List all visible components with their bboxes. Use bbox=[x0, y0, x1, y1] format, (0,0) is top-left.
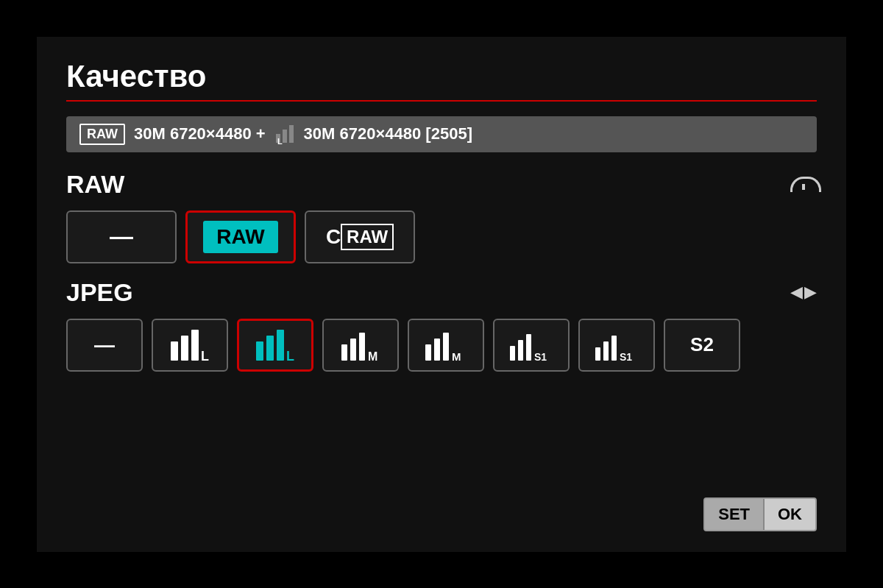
svg-rect-13 bbox=[350, 339, 356, 361]
svg-rect-8 bbox=[256, 341, 263, 361]
jpeg-section: JPEG ◀ ▶ — L bbox=[66, 278, 817, 372]
svg-rect-21 bbox=[518, 340, 523, 361]
ok-label[interactable]: OK bbox=[763, 499, 815, 530]
jpeg-option-fine-l-selected[interactable]: L bbox=[237, 319, 313, 372]
svg-rect-1 bbox=[283, 130, 287, 143]
svg-rect-10 bbox=[277, 330, 284, 361]
raw-option-craw[interactable]: C RAW bbox=[305, 210, 415, 263]
jpeg-section-header: JPEG ◀ ▶ bbox=[66, 278, 817, 307]
svg-rect-4 bbox=[171, 341, 178, 361]
jpeg-s2-label: S2 bbox=[690, 333, 714, 356]
status-raw-badge: RAW bbox=[79, 124, 125, 145]
raw-section-header: RAW bbox=[66, 170, 817, 199]
svg-rect-20 bbox=[510, 346, 515, 361]
dial-icon bbox=[790, 177, 817, 191]
jpeg-fine-s1-icon: S1 bbox=[508, 327, 554, 364]
page-title: Качество bbox=[66, 59, 817, 94]
svg-rect-26 bbox=[611, 336, 617, 361]
raw-section-label: RAW bbox=[66, 170, 124, 199]
set-ok-button[interactable]: SET OK bbox=[703, 497, 817, 531]
svg-text:L: L bbox=[286, 349, 294, 364]
jpeg-dash-label: — bbox=[94, 333, 115, 357]
raw-option-raw[interactable]: RAW bbox=[185, 210, 296, 263]
status-jpeg-icon: L bbox=[274, 124, 295, 144]
svg-text:L: L bbox=[201, 349, 209, 364]
craw-raw-label: RAW bbox=[341, 224, 394, 250]
svg-rect-24 bbox=[595, 347, 600, 361]
svg-text:M: M bbox=[368, 350, 377, 363]
status-info-text: 30M 6720×4480 + bbox=[134, 124, 266, 144]
svg-rect-17 bbox=[434, 339, 440, 361]
svg-rect-25 bbox=[603, 341, 609, 361]
svg-text:S1: S1 bbox=[534, 351, 547, 363]
status-bar: RAW 30M 6720×4480 + L 30M 6720×4480 [250… bbox=[66, 116, 817, 152]
jpeg-normal-s1-icon: S1 bbox=[594, 327, 639, 364]
jpeg-option-fine-s1[interactable]: S1 bbox=[493, 319, 570, 372]
set-label[interactable]: SET bbox=[705, 499, 763, 530]
jpeg-options-row: — L L bbox=[66, 319, 817, 372]
svg-rect-14 bbox=[359, 333, 365, 361]
jpeg-fine-l-icon: L bbox=[168, 327, 212, 364]
raw-option-dash[interactable]: — bbox=[66, 210, 177, 263]
svg-rect-12 bbox=[341, 344, 347, 361]
raw-label-cyan: RAW bbox=[203, 221, 277, 253]
jpeg-option-fine-m[interactable]: M bbox=[408, 319, 484, 372]
jpeg-fine-l-cyan-icon: L bbox=[253, 327, 297, 364]
jpeg-option-s2[interactable]: S2 bbox=[664, 319, 740, 372]
raw-options-row: — RAW C RAW bbox=[66, 210, 817, 263]
raw-dash-label: — bbox=[110, 223, 133, 250]
svg-text:S1: S1 bbox=[620, 351, 632, 363]
svg-text:L: L bbox=[277, 137, 283, 144]
title-divider bbox=[66, 100, 817, 102]
svg-rect-2 bbox=[289, 125, 294, 143]
raw-section: RAW — RAW C RAW bbox=[66, 170, 817, 263]
jpeg-normal-m-icon: M bbox=[338, 327, 383, 364]
craw-c-label: C bbox=[326, 225, 341, 249]
jpeg-option-dash[interactable]: — bbox=[66, 319, 143, 372]
jpeg-option-fine-l[interactable]: L bbox=[152, 319, 228, 372]
status-info-text2: 30M 6720×4480 [2505] bbox=[304, 124, 472, 144]
svg-rect-18 bbox=[443, 333, 449, 361]
jpeg-fine-m-icon: M bbox=[424, 327, 468, 364]
svg-rect-22 bbox=[526, 334, 531, 361]
svg-rect-9 bbox=[266, 336, 274, 361]
jpeg-section-label: JPEG bbox=[66, 278, 133, 307]
svg-rect-5 bbox=[181, 336, 188, 361]
arrow-lr-icon: ◀ ▶ bbox=[790, 283, 817, 302]
svg-rect-16 bbox=[425, 344, 431, 361]
jpeg-option-normal-m[interactable]: M bbox=[322, 319, 399, 372]
svg-rect-6 bbox=[191, 330, 199, 361]
svg-text:M: M bbox=[452, 350, 461, 363]
jpeg-option-normal-s1[interactable]: S1 bbox=[578, 319, 655, 372]
camera-quality-screen: Качество RAW 30M 6720×4480 + L 30M 6720×… bbox=[37, 37, 846, 552]
